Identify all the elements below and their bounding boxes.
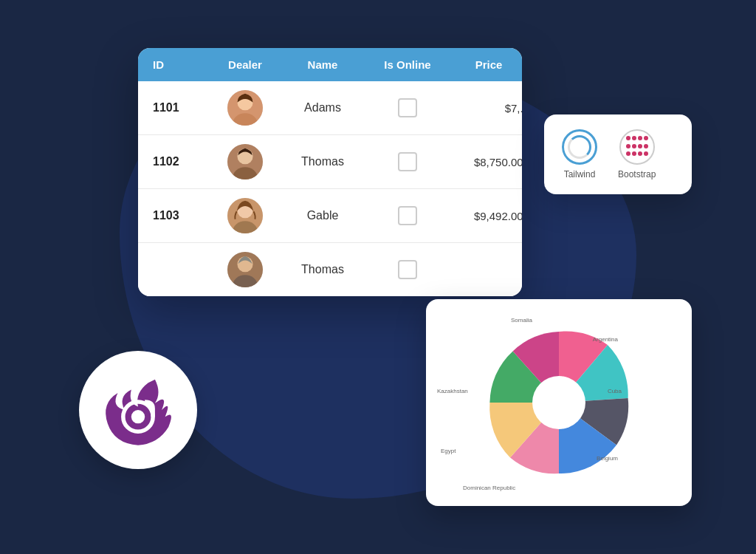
tailwind-label: Tailwind (564, 169, 596, 179)
cell-dealer (212, 144, 278, 179)
cell-checkbox[interactable] (367, 98, 448, 117)
chart-label-somalia: Somalia (511, 317, 532, 324)
chart-label-argentina: Argentina (593, 336, 618, 343)
dot (644, 144, 648, 148)
avatar (227, 90, 263, 126)
main-scene: ID Dealer Name Is Online Price 1101 (64, 26, 692, 528)
checkbox[interactable] (398, 260, 417, 279)
blazor-icon (97, 369, 179, 451)
header-id: ID (153, 58, 212, 71)
header-isonline: Is Online (367, 58, 448, 71)
dot (632, 136, 636, 140)
bootstrap-label: Bootstrap (618, 169, 656, 179)
checkbox[interactable] (398, 152, 417, 171)
cell-id: 1102 (153, 155, 212, 168)
svg-point-14 (131, 410, 145, 423)
tailwind-icon[interactable] (562, 129, 597, 165)
table-row: 1103 Gable (138, 189, 522, 243)
chart-label-cuba: Cuba (608, 388, 622, 394)
cell-name: Gable (278, 209, 367, 222)
dot (626, 151, 630, 156)
chart-container: Somalia Argentina Cuba Belgium Dominican… (441, 314, 677, 491)
cell-checkbox[interactable] (367, 260, 448, 279)
cell-id: 1101 (153, 101, 212, 114)
cell-dealer (212, 252, 278, 287)
table-row: 1102 Thomas $8,750.000 (138, 135, 522, 189)
table-row: 1101 Adams $7,... (138, 81, 522, 135)
table-row: Thomas (138, 243, 522, 296)
chart-label-kazakhstan: Kazakhstan (437, 388, 468, 394)
cell-price: $7,... (448, 102, 522, 114)
ring-loader-icon (568, 135, 591, 159)
bootstrap-option[interactable]: Bootstrap (618, 129, 656, 179)
dot (638, 151, 642, 156)
dot (638, 144, 642, 148)
blazor-logo (79, 351, 197, 469)
checkbox[interactable] (398, 98, 417, 117)
table-header: ID Dealer Name Is Online Price (138, 48, 522, 81)
tailwind-option[interactable]: Tailwind (562, 129, 597, 179)
dot (626, 144, 630, 148)
header-name: Name (278, 58, 367, 71)
table-body: 1101 Adams $7,... (138, 81, 522, 296)
avatar (227, 252, 263, 287)
dot (632, 144, 636, 148)
header-price: Price (448, 58, 522, 71)
cell-name: Thomas (278, 155, 367, 168)
avatar (227, 144, 263, 179)
dot (644, 136, 648, 140)
avatar (227, 198, 263, 233)
framework-card: Tailwind Bootstrap (544, 114, 692, 194)
chart-label-dominicanrepublic: Dominican Republic (463, 485, 515, 491)
cell-checkbox[interactable] (367, 206, 448, 225)
checkbox[interactable] (398, 206, 417, 225)
cell-name: Thomas (278, 263, 367, 276)
header-dealer: Dealer (212, 58, 278, 71)
cell-checkbox[interactable] (367, 152, 448, 171)
data-table-card: ID Dealer Name Is Online Price 1101 (138, 48, 522, 296)
cell-name: Adams (278, 101, 367, 114)
bootstrap-icon[interactable] (619, 129, 655, 165)
dot (638, 136, 642, 140)
cell-dealer (212, 90, 278, 126)
cell-price: $8,750.000 (448, 156, 522, 168)
dot (626, 136, 630, 140)
dot (632, 151, 636, 156)
chart-labels: Somalia Argentina Cuba Belgium Dominican… (441, 314, 618, 491)
cell-dealer (212, 198, 278, 233)
dot (644, 151, 648, 156)
chart-label-belgium: Belgium (597, 455, 618, 462)
pie-chart-card: Somalia Argentina Cuba Belgium Dominican… (426, 299, 692, 506)
chart-label-egypt: Egypt (441, 448, 456, 454)
cell-price: $9,492.000 (448, 210, 522, 222)
dots-grid-icon (625, 134, 650, 160)
cell-id: 1103 (153, 209, 212, 222)
